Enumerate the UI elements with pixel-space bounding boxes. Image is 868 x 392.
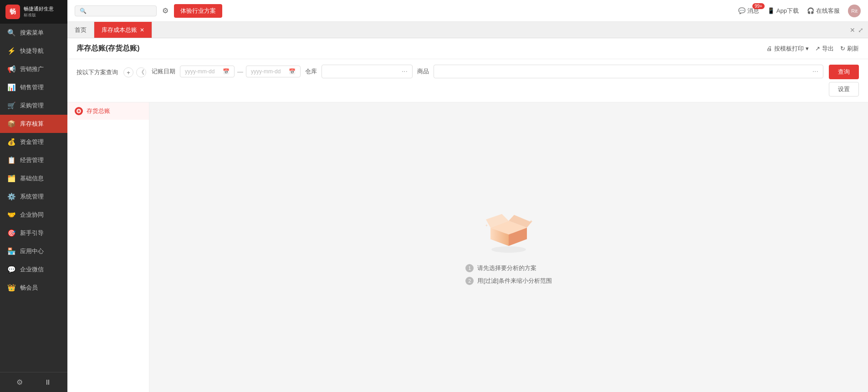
system-icon: ⚙️ [7, 193, 15, 201]
member-icon: 👑 [7, 284, 15, 292]
goods-more-icon[interactable]: ··· [812, 67, 818, 76]
headset-icon: 🎧 [807, 7, 814, 14]
sidebar-item-label: 搜索菜单 [20, 29, 44, 37]
inventory-icon: 📦 [7, 120, 15, 128]
industry-btn[interactable]: 体验行业方案 [174, 4, 222, 18]
empty-state: ✦ ✦ 1 请先选择要分析的方案 2 用[过滤]条件来缩小分析范围 [465, 209, 551, 285]
sidebar-item-label: 系统管理 [20, 193, 44, 201]
date-from-input[interactable]: yyyy-mm-dd 📅 [180, 66, 235, 77]
main-area: 🔍 ⚙ 体验行业方案 💬 消息 99+ 📱 App下载 🎧 在线客服 Rit [67, 0, 868, 392]
tab-panel-expand-icon[interactable]: ⤢ [858, 26, 863, 34]
sidebar-item-label: 快捷导航 [20, 47, 44, 55]
sidebar-item-purchase[interactable]: 🛒 采购管理 [0, 97, 67, 115]
sidebar-item-inventory[interactable]: 📦 库存核算 [0, 115, 67, 133]
sidebar-item-label: 畅会员 [20, 284, 38, 292]
export-btn[interactable]: ↗ 导出 [815, 45, 834, 53]
settings-btn[interactable]: 设置 [829, 82, 859, 97]
filter-row-1: 记账日期 yyyy-mm-dd 📅 — yyyy-mm-dd 📅 仓库 [152, 65, 823, 78]
message-btn[interactable]: 💬 消息 99+ [738, 7, 759, 15]
sidebar-item-label: 基础信息 [20, 174, 44, 183]
warehouse-more-icon[interactable]: ··· [402, 67, 408, 76]
filter-close-btn[interactable]: 《 [136, 67, 146, 77]
sidebar-item-label: 经营管理 [20, 156, 44, 164]
print-btn[interactable]: 🖨 按模板打印 ▾ [766, 45, 809, 53]
collapse-footer-btn[interactable]: ⏸ [44, 378, 51, 387]
page-header-actions: 🖨 按模板打印 ▾ ↗ 导出 ↻ 刷新 [766, 45, 859, 53]
main-content: ✦ ✦ 1 请先选择要分析的方案 2 用[过滤]条件来缩小分析范围 [149, 102, 868, 392]
sidebar-item-label: 企业协同 [20, 211, 44, 219]
finance-icon: 💰 [7, 138, 15, 146]
calendar-to-icon[interactable]: 📅 [289, 68, 296, 75]
tab-close-icon[interactable]: ✕ [140, 27, 144, 33]
sidebar-item-system[interactable]: ⚙️ 系统管理 [0, 188, 67, 206]
topbar-search[interactable]: 🔍 [75, 5, 157, 16]
sidebar: 畅 畅捷通好生意 标准版 🔍 搜索菜单 ⚡ 快捷导航 📢 营销推广 📊 销售管理… [0, 0, 67, 392]
basic-icon: 🗂️ [7, 174, 15, 183]
refresh-btn[interactable]: ↻ 刷新 [840, 45, 859, 53]
refresh-icon: ↻ [840, 45, 845, 52]
hint-text-1: 请先选择要分析的方案 [477, 264, 536, 272]
app-badge: 标准版 [24, 12, 54, 18]
settings-footer-btn[interactable]: ⚙ [16, 378, 23, 387]
filter-add-btns: + 《 [123, 65, 146, 77]
logo-icon: 畅 [5, 5, 20, 19]
sidebar-item-label: 应用中心 [20, 247, 44, 255]
enterprise-icon: 🤝 [7, 211, 15, 219]
message-icon: 💬 [738, 7, 745, 14]
sidebar-nav: 🔍 搜索菜单 ⚡ 快捷导航 📢 营销推广 📊 销售管理 🛒 采购管理 📦 库存核… [0, 24, 67, 372]
sidebar-item-label: 营销推广 [20, 65, 44, 73]
tab-inventory-cost[interactable]: 库存成本总账 ✕ [94, 22, 152, 38]
sidebar-item-basic[interactable]: 🗂️ 基础信息 [0, 169, 67, 188]
search-icon: 🔍 [7, 29, 15, 37]
hint-row-2: 2 用[过滤]条件来缩小分析范围 [465, 277, 551, 285]
topbar: 🔍 ⚙ 体验行业方案 💬 消息 99+ 📱 App下载 🎧 在线客服 Rit [67, 0, 868, 22]
sidebar-item-search[interactable]: 🔍 搜索菜单 [0, 24, 67, 42]
calendar-from-icon[interactable]: 📅 [223, 68, 230, 75]
tab-panel-close-icon[interactable]: ✕ [850, 26, 855, 34]
print-dropdown-icon: ▾ [806, 45, 809, 52]
sidebar-item-enterprise[interactable]: 🤝 企业协同 [0, 206, 67, 224]
sidebar-item-sales[interactable]: 📊 销售管理 [0, 78, 67, 97]
svg-text:✦: ✦ [485, 224, 488, 228]
page-title: 库存总账(存货总账) [77, 44, 140, 53]
sidebar-item-quicknav[interactable]: ⚡ 快捷导航 [0, 42, 67, 60]
sidebar-item-operation[interactable]: 📋 经营管理 [0, 151, 67, 169]
marketing-icon: 📢 [7, 65, 15, 73]
hint-text-2: 用[过滤]条件来缩小分析范围 [477, 277, 551, 285]
sidebar-item-appstore[interactable]: 🏪 应用中心 [0, 242, 67, 260]
filter-add-btn[interactable]: + [123, 67, 133, 77]
sidebar-item-member[interactable]: 👑 畅会员 [0, 279, 67, 297]
online-service-btn[interactable]: 🎧 在线客服 [807, 7, 840, 15]
sidebar-item-finance[interactable]: 💰 资金管理 [0, 133, 67, 151]
plan-sidebar: 存货总账 [67, 102, 149, 392]
plan-sidebar-item-stock-ledger[interactable]: 存货总账 [67, 102, 149, 120]
app-name: 畅捷通好生意 [24, 5, 54, 12]
user-avatar[interactable]: Rit [848, 5, 861, 17]
hint-num-2: 2 [465, 277, 474, 285]
query-btn[interactable]: 查询 [829, 65, 859, 79]
sidebar-item-marketing[interactable]: 📢 营销推广 [0, 60, 67, 78]
empty-illustration: ✦ ✦ [481, 209, 536, 255]
app-download-btn[interactable]: 📱 App下载 [767, 7, 799, 15]
content-area: 库存总账(存货总账) 🖨 按模板打印 ▾ ↗ 导出 ↻ 刷新 按以下方案查询 [67, 38, 868, 392]
plan-item-label: 存货总账 [87, 107, 110, 115]
date-label: 记账日期 [152, 67, 175, 76]
purchase-icon: 🛒 [7, 102, 15, 110]
sales-icon: 📊 [7, 83, 15, 92]
hint-num-1: 1 [465, 264, 474, 272]
goods-label: 商品 [417, 67, 429, 76]
sidebar-item-label: 库存核算 [20, 120, 44, 128]
svg-text:✦: ✦ [529, 219, 533, 224]
sidebar-item-label: 新手引导 [20, 229, 44, 237]
tab-home[interactable]: 首页 [67, 22, 94, 38]
warehouse-input[interactable]: ··· [322, 65, 413, 78]
sidebar-item-guide[interactable]: 🎯 新手引导 [0, 224, 67, 242]
date-to-input[interactable]: yyyy-mm-dd 📅 [246, 66, 301, 77]
phone-icon: 📱 [767, 7, 775, 14]
export-icon: ↗ [815, 45, 820, 52]
topbar-right: 💬 消息 99+ 📱 App下载 🎧 在线客服 Rit [738, 5, 861, 17]
filter-area: 按以下方案查询 + 《 记账日期 yyyy-mm-dd 📅 — yyyy-mm [67, 59, 868, 102]
sidebar-item-weixin[interactable]: 💬 企业微信 [0, 260, 67, 279]
topbar-gear-icon[interactable]: ⚙ [162, 6, 168, 15]
goods-input[interactable]: ··· [434, 65, 823, 78]
